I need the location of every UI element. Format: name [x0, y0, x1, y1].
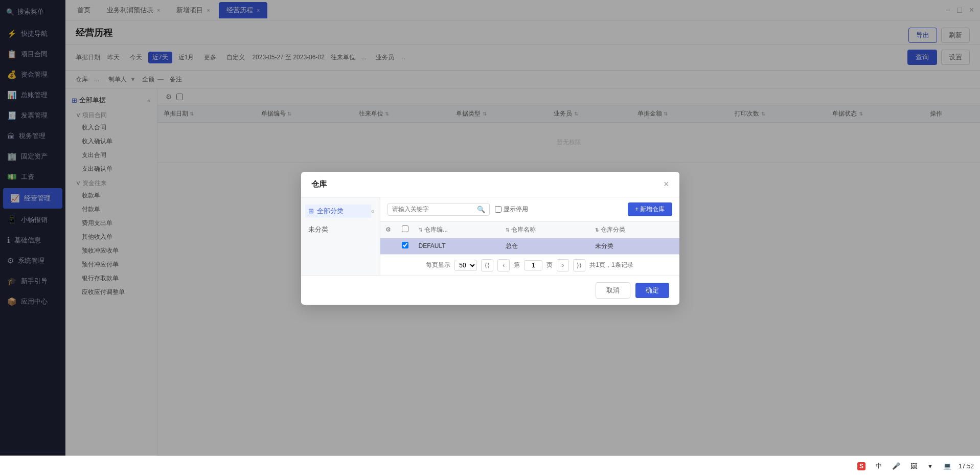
modal-search-input[interactable] — [392, 206, 474, 213]
modal-col-settings: ⚙ — [380, 222, 397, 238]
taskbar-icon-img[interactable]: 🖼 — [907, 461, 920, 471]
modal-search-box[interactable]: 🔍 — [388, 203, 490, 216]
taskbar-icon-pc[interactable]: 💻 — [940, 461, 954, 471]
modal-uncategorized-item[interactable]: 未分类 — [301, 221, 380, 238]
modal-all-category-item[interactable]: ⊞ 全部分类 — [305, 205, 371, 218]
row-category-cell: 未分类 — [590, 238, 679, 254]
row-checkbox[interactable] — [402, 242, 408, 248]
modal-col-code: ⇅ 仓库编... — [414, 222, 500, 238]
modal-body: ⊞ 全部分类 « 未分类 🔍 — [301, 197, 679, 276]
modal-search-icon: 🔍 — [477, 206, 485, 213]
taskbar-icon-mic[interactable]: 🎤 — [889, 461, 903, 471]
taskbar-time: 17:52 — [959, 463, 974, 470]
modal-total-label: 共1页，1条记录 — [589, 261, 633, 269]
modal-left-collapse-icon[interactable]: « — [371, 208, 375, 215]
modal-table-container: ⚙ ⇅ 仓库编... ⇅ 仓库名称 — [380, 222, 679, 255]
modal-toolbar: 🔍 显示停用 + 新增仓库 — [380, 197, 679, 222]
sort-up-icon: ⇅ — [419, 228, 423, 233]
taskbar: S 中 🎤 🖼 ▼ 💻 17:52 — [0, 456, 980, 476]
sort-name-icon: ⇅ — [506, 228, 510, 233]
show-disabled-checkbox[interactable] — [495, 206, 502, 213]
sort-cat-icon: ⇅ — [595, 228, 599, 233]
modal-prev-page-btn[interactable]: ‹ — [497, 259, 510, 271]
modal-last-page-btn[interactable]: ⟩⟩ — [573, 259, 585, 271]
warehouse-modal: 仓库 × ⊞ 全部分类 « 未分类 — [301, 172, 679, 305]
modal-select-all[interactable] — [402, 225, 408, 232]
show-disabled-label: 显示停用 — [504, 205, 528, 214]
modal-table: ⚙ ⇅ 仓库编... ⇅ 仓库名称 — [380, 222, 679, 255]
modal-next-page-btn[interactable]: › — [557, 259, 569, 271]
modal-actions: 取消 确定 — [301, 276, 679, 305]
taskbar-icon-zh[interactable]: 中 — [873, 461, 885, 471]
row-settings-cell — [380, 238, 397, 254]
modal-col-checkbox — [397, 222, 414, 238]
modal-page-label: 第 — [514, 261, 520, 269]
taskbar-icon-down[interactable]: ▼ — [924, 462, 936, 470]
modal-first-page-btn[interactable]: ⟨⟨ — [481, 259, 493, 271]
modal-overlay: 仓库 × ⊞ 全部分类 « 未分类 — [0, 0, 980, 476]
modal-header: 仓库 × — [301, 172, 679, 197]
modal-close-button[interactable]: × — [664, 179, 669, 190]
add-warehouse-button[interactable]: + 新增仓库 — [628, 202, 672, 216]
modal-right-panel: 🔍 显示停用 + 新增仓库 ⚙ — [380, 197, 679, 276]
modal-title: 仓库 — [311, 179, 327, 189]
table-row[interactable]: DEFAULT 总仓 未分类 — [380, 238, 679, 254]
confirm-button[interactable]: 确定 — [635, 283, 669, 298]
row-code-cell: DEFAULT — [414, 238, 500, 254]
cancel-button[interactable]: 取消 — [596, 282, 630, 299]
modal-left-panel: ⊞ 全部分类 « 未分类 — [301, 197, 380, 276]
row-checkbox-cell — [397, 238, 414, 254]
modal-col-name: ⇅ 仓库名称 — [500, 222, 590, 238]
uncategorized-label: 未分类 — [308, 225, 328, 234]
row-name-cell: 总仓 — [500, 238, 590, 254]
show-disabled-checkbox-label[interactable]: 显示停用 — [495, 205, 528, 214]
taskbar-icon-s[interactable]: S — [854, 461, 869, 471]
modal-page-input[interactable] — [524, 260, 542, 270]
modal-per-page-label: 每页显示 — [426, 261, 450, 269]
all-category-label: 全部分类 — [317, 207, 344, 216]
modal-per-page-select[interactable]: 50 — [454, 260, 477, 271]
modal-col-category: ⇅ 仓库分类 — [590, 222, 679, 238]
modal-pagination: 每页显示 50 ⟨⟨ ‹ 第 页 › ⟩⟩ 共1页，1条记录 — [380, 255, 679, 276]
all-category-icon: ⊞ — [308, 207, 314, 215]
modal-page-suffix: 页 — [546, 261, 553, 269]
